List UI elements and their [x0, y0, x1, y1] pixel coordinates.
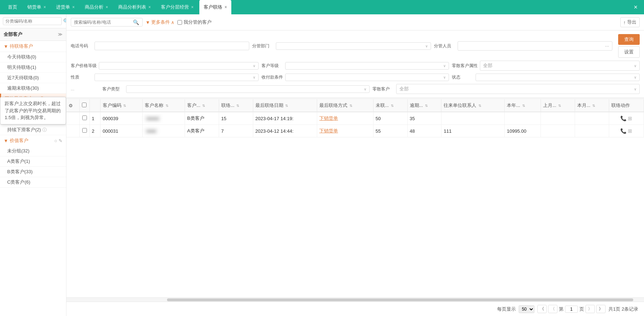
prev-page-button[interactable]: 〈 — [548, 305, 557, 313]
row1-last-method[interactable]: 下销货单 — [317, 112, 373, 125]
pending-contact-group[interactable]: ▼ 待联络客户 — [0, 41, 66, 52]
pagination-nav: 《 〈 第 页 〉 》 — [537, 305, 606, 313]
sidebar: 🔍 全部客户 ≫ ▼ 待联络客户 今天待联络(0) 明天待联络(1) 近7天待联… — [0, 14, 66, 316]
col-this-year[interactable]: 本年... ⇅ — [505, 99, 541, 112]
customer-type-select[interactable]: ∨ — [126, 85, 370, 93]
phone-input[interactable] — [94, 42, 249, 50]
search-button[interactable]: 🔍 — [133, 19, 139, 25]
sidebar-search-icon[interactable]: 🔍 — [63, 18, 66, 24]
table-header-row: ⚙ 客户编码 ⇅ 客户名称 ⇅ — [66, 99, 644, 112]
row2-phone-icon[interactable]: 📞 — [620, 128, 626, 134]
sidebar-item-today[interactable]: 今天待联络(0) — [0, 52, 66, 62]
tab-purchase-order[interactable]: 进货单 × — [52, 0, 79, 14]
close-all-button[interactable]: × — [631, 4, 640, 11]
circle-icon[interactable]: ○ — [54, 138, 57, 143]
search-input-wrap: 🔍 — [71, 18, 143, 27]
tab-product-analysis-list[interactable]: 商品分析列表 × — [114, 0, 155, 14]
row1-phone-icon[interactable]: 📞 — [620, 115, 626, 121]
sidebar-item-7days[interactable]: 近7天待联络(0) — [0, 73, 66, 83]
my-customers-checkbox[interactable] — [177, 20, 182, 25]
export-button[interactable]: ↑ 导出 — [620, 17, 640, 27]
col-this-month[interactable]: 本月... ⇅ — [575, 99, 609, 112]
col-code[interactable]: 客户编码 ⇅ — [100, 99, 143, 112]
price-grade-chevron-icon: ∨ — [253, 64, 255, 68]
more-conditions-button[interactable]: ▼ 更多条件 ∧ — [145, 19, 175, 25]
payment-select[interactable]: ∨ — [285, 74, 449, 81]
sidebar-collapse-icon[interactable]: ≫ — [58, 32, 62, 37]
first-page-button[interactable]: 《 — [537, 305, 547, 313]
last-page-button[interactable]: 》 — [596, 305, 606, 313]
row2-grid-icon[interactable]: ⊞ — [628, 128, 632, 134]
staff-select[interactable]: ··· — [458, 41, 612, 51]
retail-label: 零散客户 — [372, 86, 394, 92]
tab-customer-contact[interactable]: 客户联络 × — [199, 0, 231, 14]
scrollbar-thumb[interactable] — [167, 298, 633, 301]
col-no — [89, 99, 100, 112]
sidebar-item-c-class[interactable]: C类客户(6) — [0, 177, 66, 188]
horizontal-scrollbar[interactable] — [66, 297, 644, 302]
close-tab-contact[interactable]: × — [224, 5, 227, 10]
settings-button[interactable]: 设置 — [618, 46, 640, 58]
sidebar-item-overdue[interactable]: 逾期未联络(30) — [0, 83, 66, 94]
col-action: 联络动作 — [609, 99, 644, 112]
customer-grade-select[interactable]: ∨ — [285, 62, 449, 70]
last-month-sort-icon: ⇅ — [558, 104, 561, 108]
gender-select[interactable]: ∨ — [94, 74, 259, 81]
query-button[interactable]: 查询 — [618, 34, 640, 45]
tab-sales-order[interactable]: 销货单 × — [23, 0, 50, 14]
col-overdue[interactable]: 逾期... ⇅ — [407, 99, 441, 112]
row2-checkbox[interactable] — [82, 128, 87, 133]
category-sort-icon: ⇅ — [202, 104, 205, 108]
value-customers-group[interactable]: ▼ 价值客户 ○ ✎ — [0, 135, 66, 146]
price-grade-select[interactable]: ∨ — [99, 62, 259, 70]
sidebar-search-input[interactable] — [3, 17, 62, 25]
retail-select[interactable]: 全部 ∨ — [396, 84, 640, 94]
customer-type-chevron-icon: ∨ — [364, 87, 366, 91]
page-input[interactable] — [565, 306, 578, 313]
tab-product-analysis[interactable]: 商品分析 × — [80, 0, 112, 14]
my-customers-checkbox-label[interactable]: 我分管的客户 — [177, 19, 212, 25]
col-not-contacted[interactable]: 未联... ⇅ — [373, 99, 407, 112]
row1-code[interactable]: 000039 — [100, 112, 143, 125]
tab-customer-tier[interactable]: 客户分层经营 × — [157, 0, 198, 14]
row1-unit-contact — [441, 112, 505, 125]
row1-this-year — [505, 112, 541, 125]
close-tab-purchase[interactable]: × — [72, 5, 75, 10]
close-tab-sales[interactable]: × — [43, 5, 46, 10]
sidebar-item-tomorrow[interactable]: 明天待联络(1) — [0, 62, 66, 73]
unit-contact-sort-icon: ⇅ — [478, 104, 481, 108]
col-last-month[interactable]: 上月... ⇅ — [541, 99, 575, 112]
sidebar-item-continuous-down[interactable]: 持续下滑客户(2) ⓘ — [0, 125, 66, 135]
per-page-select[interactable]: 50 — [519, 305, 534, 313]
edit-icon[interactable]: ✎ — [59, 138, 62, 143]
sidebar-item-a-class[interactable]: A类客户(1) — [0, 156, 66, 167]
col-name[interactable]: 客户名称 ⇅ — [143, 99, 185, 112]
next-page-button[interactable]: 〉 — [585, 305, 595, 313]
row1-grid-icon[interactable]: ⊞ — [628, 115, 632, 121]
col-settings[interactable]: ⚙ — [66, 99, 79, 112]
row1-not-contacted: 50 — [373, 112, 407, 125]
sidebar-item-ungroup[interactable]: 未分组(32) — [0, 146, 66, 156]
status-select[interactable]: ∨ — [476, 74, 640, 81]
col-unit-contact[interactable]: 往来单位联系人 ⇅ — [441, 99, 505, 112]
close-tab-product-analysis[interactable]: × — [106, 5, 108, 10]
col-last-contact-date[interactable]: 最后联络日期 ⇅ — [253, 99, 317, 112]
sidebar-item-b-class[interactable]: B类客户(33) — [0, 167, 66, 177]
tab-home[interactable]: 首页 — [4, 0, 22, 14]
row2-check — [79, 125, 89, 137]
col-category[interactable]: 客户... ⇅ — [185, 99, 219, 112]
select-all-checkbox[interactable] — [82, 103, 87, 107]
row1-checkbox[interactable] — [82, 115, 87, 120]
col-last-contact-method[interactable]: 最后联络方式 ⇅ — [317, 99, 373, 112]
close-tab-tier[interactable]: × — [191, 5, 194, 10]
all-customers-header[interactable]: 全部客户 ≫ — [0, 28, 66, 41]
retail-attr-select[interactable]: 全部 ∨ — [480, 61, 640, 71]
row1-overdue: 35 — [407, 112, 441, 125]
row2-code[interactable]: 000031 — [100, 125, 143, 137]
close-tab-product-list[interactable]: × — [148, 5, 151, 10]
more-dots-label: ... — [71, 86, 92, 91]
row2-last-method[interactable]: 下销货单 — [317, 125, 373, 137]
col-contact[interactable]: 联络... ⇅ — [219, 99, 253, 112]
search-input[interactable] — [74, 20, 131, 25]
dept-select[interactable]: ∨ — [276, 42, 431, 50]
